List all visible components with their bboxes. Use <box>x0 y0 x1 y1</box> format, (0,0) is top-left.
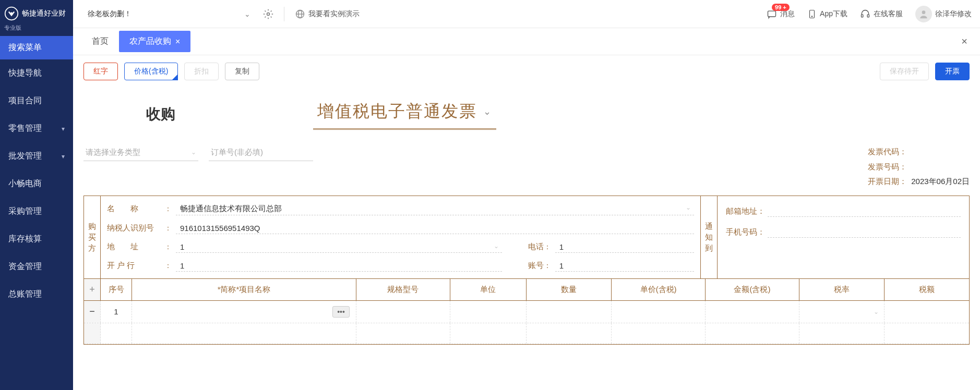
item-row: − 1 ••• ⌄ <box>84 301 969 323</box>
buyer-name-input[interactable]: 畅捷通信息技术有限公司总部⌄ <box>176 203 694 215</box>
chevron-down-icon: ⌄ <box>191 149 196 156</box>
close-all-tabs[interactable]: × <box>957 35 972 47</box>
headset-icon <box>860 9 870 19</box>
chevron-down-icon: ⌄ <box>244 10 250 18</box>
col-rate: 税率 <box>799 279 885 300</box>
org-name: 徐老板勿删！ <box>88 9 132 19</box>
cell-spec[interactable] <box>356 301 450 323</box>
svg-point-2 <box>267 13 270 15</box>
buyer-block: 购买方 名 称： 畅捷通信息技术有限公司总部⌄ 纳税人识别号： 91610131… <box>84 196 969 279</box>
user-menu[interactable]: 徐泽华修改 <box>915 6 972 22</box>
nav-purchase[interactable]: 采购管理 <box>0 198 73 225</box>
buyer-tel-input[interactable]: 1 <box>555 241 694 253</box>
messages-button[interactable]: 99 + 消息 <box>767 9 795 19</box>
col-amt: 金额(含税) <box>706 279 799 300</box>
brand-edition: 专业版 <box>0 24 73 36</box>
nav-project-contract[interactable]: 项目合同 <box>0 87 73 115</box>
logo: 畅捷通好业财 <box>0 0 73 24</box>
col-qty: 数量 <box>527 279 612 300</box>
code-label: 发票代码： <box>868 144 907 160</box>
price-tax-button[interactable]: 价格(含税) <box>124 63 178 80</box>
invoice-title-row: 收购 增值税电子普通发票 ⌄ <box>83 88 970 140</box>
cell-unit[interactable] <box>450 301 527 323</box>
red-invoice-button[interactable]: 红字 <box>83 63 118 80</box>
cell-qty[interactable] <box>527 301 612 323</box>
notify-title: 通知到 <box>701 196 718 278</box>
globe-icon <box>295 9 305 19</box>
nav-ecommerce[interactable]: 小畅电商 <box>0 170 73 198</box>
invoice-meta: 请选择业务类型 ⌄ 订单号(非必填) 发票代码： 发票号码： 开票日期：2023… <box>83 140 970 196</box>
order-number-input[interactable]: 订单号(非必填) <box>209 144 313 161</box>
chevron-down-icon: ▾ <box>62 153 65 160</box>
save-pending-button: 保存待开 <box>880 63 929 80</box>
nav-quicknav[interactable]: 快捷导航 <box>0 59 73 87</box>
copy-button[interactable]: 复制 <box>225 63 259 80</box>
svg-rect-8 <box>862 14 863 17</box>
chevron-down-icon: ⌄ <box>494 242 499 250</box>
col-name: *简称*项目名称 <box>132 279 356 300</box>
nav-inventory[interactable]: 库存核算 <box>0 225 73 253</box>
nav-funds[interactable]: 资金管理 <box>0 253 73 281</box>
header-right: 99 + 消息 App下载 在线客服 徐泽华修改 <box>767 6 972 22</box>
buyer-addr-input[interactable]: 1⌄ <box>176 241 502 253</box>
header: 徐老板勿删！ ⌄ 我要看实例演示 99 + 消息 <box>73 0 980 28</box>
gear-icon[interactable] <box>263 9 273 19</box>
chevron-down-icon: ⌄ <box>483 106 492 117</box>
tab-home[interactable]: 首页 <box>81 31 119 52</box>
invoice-table: 购买方 名 称： 畅捷通信息技术有限公司总部⌄ 纳税人识别号： 91610131… <box>83 196 970 345</box>
cell-name[interactable]: ••• <box>132 301 356 323</box>
email-input[interactable] <box>768 206 961 217</box>
logo-icon <box>4 6 19 21</box>
tabs: 首页 农产品收购 × × <box>73 28 980 55</box>
mobile-input[interactable] <box>768 227 961 238</box>
taxid-label: 纳税人识别号 <box>107 223 164 233</box>
svg-rect-9 <box>867 14 869 17</box>
app-download-button[interactable]: App下载 <box>807 9 847 19</box>
col-spec: 规格型号 <box>356 279 450 300</box>
main: 徐老板勿删！ ⌄ 我要看实例演示 99 + 消息 <box>73 0 980 390</box>
svg-point-1 <box>10 12 13 15</box>
cell-price[interactable] <box>612 301 706 323</box>
nav-ledger[interactable]: 总账管理 <box>0 281 73 308</box>
item-row-empty <box>84 323 969 344</box>
divider <box>284 7 284 21</box>
col-tax: 税额 <box>885 279 969 300</box>
brand-name: 畅捷通好业财 <box>22 9 66 18</box>
search-menu-button[interactable]: 搜索菜单 <box>0 36 73 59</box>
demo-link[interactable]: 我要看实例演示 <box>295 9 360 19</box>
notify-fields: 邮箱地址： 手机号码： <box>718 196 969 278</box>
date-label: 开票日期： <box>868 174 907 189</box>
close-icon[interactable]: × <box>175 37 180 46</box>
buyer-acct-input[interactable]: 1 <box>555 260 694 272</box>
more-icon[interactable]: ••• <box>332 306 350 318</box>
cell-amt[interactable] <box>706 301 799 323</box>
svg-rect-5 <box>768 11 776 17</box>
col-unit: 单位 <box>450 279 527 300</box>
issue-button[interactable]: 开票 <box>935 63 970 80</box>
nav-wholesale[interactable]: 批发管理▾ <box>0 142 73 170</box>
biz-type-select[interactable]: 请选择业务类型 ⌄ <box>83 144 198 161</box>
org-selector[interactable]: 徐老板勿删！ ⌄ <box>81 6 257 22</box>
cell-rate[interactable]: ⌄ <box>799 301 885 323</box>
toolbar-right: 保存待开 开票 <box>880 63 970 80</box>
tab-active[interactable]: 农产品收购 × <box>119 31 190 52</box>
toolbar: 红字 价格(含税) 折扣 复制 保存待开 开票 <box>73 55 980 88</box>
chevron-down-icon: ▾ <box>62 125 65 132</box>
discount-button: 折扣 <box>184 63 219 80</box>
customer-service-button[interactable]: 在线客服 <box>860 9 903 19</box>
buyer-taxid-input[interactable]: 91610131556951493Q <box>176 223 694 234</box>
invoice-type-left: 收购 <box>146 104 240 124</box>
tel-label: 电话 <box>518 242 544 252</box>
nav-retail[interactable]: 零售管理▾ <box>0 115 73 142</box>
badge: 99 + <box>772 4 790 11</box>
cell-tax[interactable] <box>885 301 969 323</box>
svg-point-7 <box>811 16 812 17</box>
invoice: 收购 增值税电子普通发票 ⌄ 请选择业务类型 ⌄ 订单号(非必填) <box>73 88 980 390</box>
invoice-title[interactable]: 增值税电子普通发票 ⌄ <box>313 98 496 130</box>
del-row-button[interactable]: − <box>84 301 101 323</box>
buyer-bank-input[interactable]: 1 <box>176 260 502 272</box>
num-label: 发票号码： <box>868 160 907 175</box>
buyer-title: 购买方 <box>84 196 101 278</box>
name-label: 名 称 <box>107 204 164 214</box>
add-row-button[interactable]: + <box>84 279 101 300</box>
